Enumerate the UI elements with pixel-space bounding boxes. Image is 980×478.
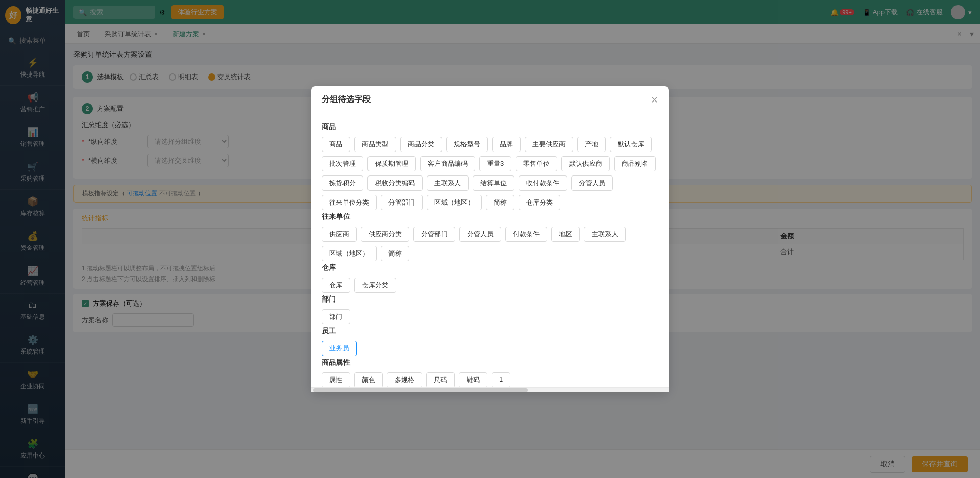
- modal-tag[interactable]: 分管部门: [381, 195, 423, 210]
- modal-tag[interactable]: 批次管理: [322, 156, 363, 171]
- modal-tag[interactable]: 鞋码: [459, 372, 487, 388]
- modal-section-employee: 员工 业务员: [322, 326, 658, 356]
- modal-horizontal-scrollbar-thumb: [313, 388, 528, 392]
- modal-title: 分组待选字段: [322, 94, 371, 105]
- modal-tag[interactable]: 多规格: [387, 372, 422, 388]
- modal-tag[interactable]: 尺码: [426, 372, 455, 388]
- modal-tag[interactable]: 供应商: [322, 227, 357, 242]
- modal-tag[interactable]: 品牌: [492, 137, 521, 152]
- modal-tag[interactable]: 仓库分类: [354, 278, 396, 293]
- modal-tag[interactable]: 付款条件: [505, 227, 547, 242]
- modal-tag[interactable]: 收付款条件: [519, 175, 567, 191]
- modal-tag[interactable]: 颜色: [354, 372, 383, 388]
- modal-section-department: 部门 部门: [322, 295, 658, 324]
- modal-tags-partner: 供应商 供应商分类 分管部门 分管人员 付款条件 地区 主联系人 区域（地区） …: [322, 227, 658, 261]
- modal-tag[interactable]: 默认供应商: [561, 156, 610, 171]
- modal-tag[interactable]: 仓库: [322, 278, 350, 293]
- modal-tag[interactable]: 分管人员: [571, 175, 613, 191]
- modal-tag[interactable]: 属性: [322, 372, 350, 388]
- modal-tag[interactable]: 税收分类编码: [368, 175, 423, 191]
- modal-tag[interactable]: 重量3: [479, 156, 511, 171]
- modal-section-goods-attr-title: 商品属性: [322, 358, 658, 367]
- modal-tag[interactable]: 拣货积分: [322, 175, 363, 191]
- modal-body: 商品 商品 商品类型 商品分类 规格型号 品牌 主要供应商 产地 默认仓库 批次…: [311, 114, 669, 388]
- modal-tags-goods: 商品 商品类型 商品分类 规格型号 品牌 主要供应商 产地 默认仓库 批次管理 …: [322, 137, 658, 210]
- modal-tag[interactable]: 主联系人: [427, 175, 469, 191]
- modal-overlay[interactable]: 分组待选字段 ✕ 商品 商品 商品类型 商品分类 规格型号 品牌 主要供应商 产…: [0, 0, 980, 478]
- modal-tag[interactable]: 区域（地区）: [427, 195, 482, 210]
- modal-tag[interactable]: 部门: [322, 309, 350, 324]
- modal-section-goods-title: 商品: [322, 122, 658, 132]
- modal-section-partner: 往来单位 供应商 供应商分类 分管部门 分管人员 付款条件 地区 主联系人 区域…: [322, 212, 658, 261]
- modal-tags-department: 部门: [322, 309, 658, 324]
- modal-tag[interactable]: 仓库分类: [519, 195, 560, 210]
- modal-section-warehouse-title: 仓库: [322, 263, 658, 272]
- modal-tag[interactable]: 商品: [322, 137, 350, 152]
- modal-section-employee-title: 员工: [322, 326, 658, 336]
- modal-tag[interactable]: 简称: [381, 246, 409, 261]
- modal-tag[interactable]: 分管人员: [459, 227, 501, 242]
- modal-tag[interactable]: 保质期管理: [368, 156, 416, 171]
- modal-tag[interactable]: 1: [492, 372, 510, 388]
- modal-tags-employee: 业务员: [322, 341, 658, 356]
- modal-horizontal-scrollbar[interactable]: [311, 387, 669, 392]
- modal-tag[interactable]: 区域（地区）: [322, 246, 377, 261]
- modal-tag[interactable]: 规格型号: [446, 137, 488, 152]
- modal-tag[interactable]: 地区: [551, 227, 580, 242]
- modal-tag[interactable]: 商品别名: [614, 156, 656, 171]
- modal-header: 分组待选字段 ✕: [311, 86, 669, 114]
- modal-tags-warehouse: 仓库 仓库分类: [322, 278, 658, 293]
- modal-tags-goods-attr: 属性 颜色 多规格 尺码 鞋码 1: [322, 372, 658, 388]
- modal-tag[interactable]: 供应商分类: [361, 227, 409, 242]
- modal-tag[interactable]: 主联系人: [584, 227, 626, 242]
- modal-tag[interactable]: 客户商品编码: [420, 156, 475, 171]
- modal-tag[interactable]: 商品分类: [400, 137, 442, 152]
- modal-section-department-title: 部门: [322, 295, 658, 304]
- modal-tag[interactable]: 简称: [486, 195, 514, 210]
- modal-section-goods-attr: 商品属性 属性 颜色 多规格 尺码 鞋码 1: [322, 358, 658, 388]
- modal-tag[interactable]: 往来单位分类: [322, 195, 377, 210]
- modal-tag[interactable]: 默认仓库: [610, 137, 652, 152]
- modal-tag[interactable]: 商品类型: [354, 137, 396, 152]
- modal-section-partner-title: 往来单位: [322, 212, 658, 221]
- modal-tag[interactable]: 零售单位: [516, 156, 557, 171]
- modal-tag[interactable]: 结算单位: [473, 175, 514, 191]
- modal-section-warehouse: 仓库 仓库 仓库分类: [322, 263, 658, 293]
- modal-tag[interactable]: 分管部门: [413, 227, 455, 242]
- modal-close-button[interactable]: ✕: [651, 94, 658, 106]
- modal-tag-highlighted[interactable]: 业务员: [322, 341, 357, 356]
- modal-tag[interactable]: 产地: [577, 137, 606, 152]
- modal-tag[interactable]: 主要供应商: [525, 137, 573, 152]
- modal-section-goods: 商品 商品 商品类型 商品分类 规格型号 品牌 主要供应商 产地 默认仓库 批次…: [322, 122, 658, 210]
- modal-dialog: 分组待选字段 ✕ 商品 商品 商品类型 商品分类 规格型号 品牌 主要供应商 产…: [311, 86, 669, 392]
